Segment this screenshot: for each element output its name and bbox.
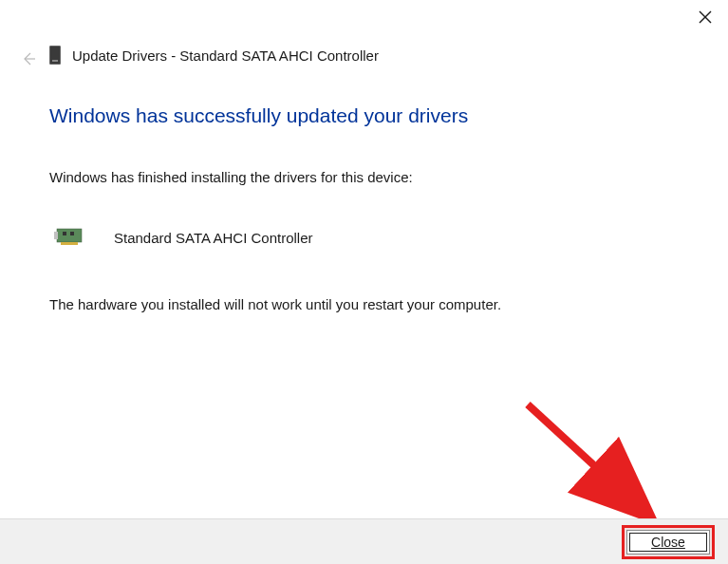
svg-rect-6 [63,232,66,235]
back-arrow-icon [21,51,36,66]
window-close-button[interactable] [696,8,715,27]
finished-message: Windows has finished installing the driv… [49,169,413,185]
svg-line-9 [528,404,644,511]
svg-rect-7 [70,232,74,235]
pci-card-icon [53,223,87,252]
restart-message: The hardware you installed will not work… [49,296,501,312]
svg-rect-3 [57,229,82,242]
close-button[interactable]: Close [626,530,710,555]
button-bar: Close [0,518,728,564]
back-button[interactable] [21,51,36,70]
wizard-header: Update Drivers - Standard SATA AHCI Cont… [49,46,379,65]
close-button-label: Close [651,535,685,550]
svg-rect-5 [61,242,78,245]
page-heading: Windows has successfully updated your dr… [49,104,468,127]
close-icon [699,10,712,24]
device-name-label: Standard SATA AHCI Controller [114,230,313,246]
storage-device-icon [49,46,61,65]
wizard-title: Update Drivers - Standard SATA AHCI Cont… [72,47,379,64]
device-info-row: Standard SATA AHCI Controller [53,223,313,252]
annotation-highlight: Close [622,525,715,559]
svg-rect-4 [54,232,58,239]
